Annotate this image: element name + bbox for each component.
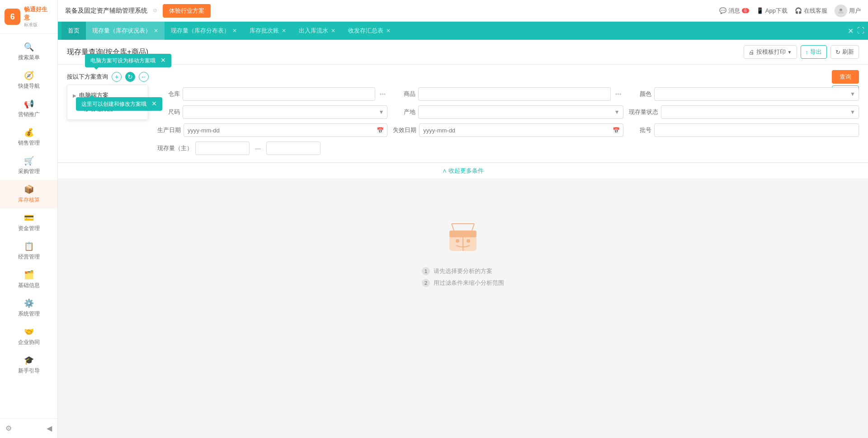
main-area: 装备及固定资产辅助管理系统 ⚙ 体验行业方案 💬 消息 6 📱 App下载 🎧 … [58, 0, 868, 438]
system-icon: ⚙️ [24, 298, 34, 308]
batch-no-input[interactable] [654, 123, 859, 137]
query-button[interactable]: 查询 [832, 70, 859, 84]
search-menu-icon: 🔍 [24, 42, 34, 52]
origin-select[interactable] [418, 105, 623, 119]
filter-stock-status: 现存量状态 ▼ [629, 105, 859, 119]
produce-date-calendar-icon[interactable]: 📅 [377, 127, 384, 134]
filter-row-4: 现存量（主） — [157, 141, 859, 155]
refresh-scheme-button[interactable]: ↻ [125, 72, 135, 82]
back-icon-button[interactable]: ← [139, 72, 149, 82]
tab-label-batch-ledger: 库存批次账 [250, 27, 279, 35]
sidebar-label-purchase: 采购管理 [18, 168, 40, 175]
empty-state: 1 请先选择要分析的方案 2 用过滤条件来缩小分析范围 [58, 179, 868, 323]
export-icon: ↑ [806, 49, 809, 56]
finance-icon: 💳 [24, 213, 34, 223]
headset-icon: 🎧 [795, 7, 802, 14]
collapse-sidebar-icon[interactable]: ◀ [47, 424, 52, 433]
expiry-date-calendar-icon[interactable]: 📅 [613, 127, 620, 134]
tab-label-home: 首页 [68, 27, 80, 35]
goods-dots-icon[interactable]: ••• [613, 91, 623, 98]
filter-header: 按以下方案查询 + ↻ ← 电脑方案可设为移动方案哦 ✕ ▶ 电脑端方案 [67, 72, 859, 82]
sidebar-item-basic-info[interactable]: 🗂️基础信息 [0, 265, 57, 294]
goods-label: 商品 [393, 90, 415, 98]
bell-icon: 💬 [719, 7, 726, 14]
refresh-button[interactable]: ↻ 刷新 [830, 45, 859, 59]
sidebar-item-finance[interactable]: 💳资金管理 [0, 208, 57, 237]
close-all-icon[interactable]: ✕ [848, 27, 854, 35]
warehouse-dots-icon[interactable]: ••• [378, 91, 388, 98]
header-right: 💬 消息 6 📱 App下载 🎧 在线客服 用户 [719, 5, 861, 17]
tab-label-inventory-status: 现存量（库存状况表） [92, 27, 151, 35]
tab-close-collection-summary[interactable]: ✕ [386, 28, 391, 34]
settings-icon[interactable]: ⚙ [5, 424, 12, 433]
tab-close-batch-ledger[interactable]: ✕ [282, 28, 286, 34]
industry-plan-button[interactable]: 体验行业方案 [163, 4, 211, 18]
scheme-tooltip-close[interactable]: ✕ [160, 57, 166, 64]
sidebar-item-quick-nav[interactable]: 🧭快捷导航 [0, 66, 57, 94]
system-name: 装备及固定资产辅助管理系统 [65, 7, 147, 15]
color-select[interactable] [654, 87, 859, 101]
tab-home[interactable]: 首页 [61, 22, 86, 40]
tab-bar: 首页现存量（库存状况表）✕现存量（库存分布表）✕库存批次账✕出入库流水✕收发存汇… [58, 22, 868, 40]
tab-bar-end: ✕ ⛶ [848, 27, 864, 35]
tab-inout-flow[interactable]: 出入库流水✕ [292, 22, 342, 40]
create-tooltip-close[interactable]: ✕ [151, 100, 157, 107]
collapse-bar[interactable]: ∧ 收起更多条件 [58, 163, 868, 179]
avatar [835, 5, 847, 17]
sidebar-item-enterprise[interactable]: 🤝企业协同 [0, 322, 57, 351]
empty-tip-1: 1 请先选择要分析的方案 [422, 267, 504, 275]
sidebar-item-inventory[interactable]: 📦库存核算 [0, 180, 57, 208]
goods-input[interactable] [418, 87, 611, 101]
stock-status-select[interactable] [661, 105, 859, 119]
expiry-date-input[interactable] [419, 123, 623, 137]
sidebar-item-system[interactable]: ⚙️系统管理 [0, 294, 57, 322]
filter-origin: 产地 ▼ [393, 105, 623, 119]
enterprise-icon: 🤝 [24, 327, 34, 337]
sidebar-label-system: 系统管理 [18, 310, 40, 318]
user-item[interactable]: 用户 [835, 5, 861, 17]
inventory-icon: 📦 [24, 184, 34, 194]
sidebar-item-marketing[interactable]: 📢营销推广 [0, 94, 57, 123]
tab-collection-summary[interactable]: 收发存汇总表✕ [342, 22, 397, 40]
filter-rows: 仓库 ••• 商品 ••• 颜色 ▼ [157, 87, 859, 155]
quick-nav-icon: 🧭 [24, 71, 34, 80]
filter-row-1: 仓库 ••• 商品 ••• 颜色 ▼ [157, 87, 859, 101]
print-template-button[interactable]: 🖨 按模板打印 ▼ [744, 45, 797, 59]
empty-tip-2: 2 用过滤条件来缩小分析范围 [422, 279, 504, 287]
export-button[interactable]: ↑ 导出 [801, 45, 827, 59]
svg-point-5 [467, 239, 470, 243]
sidebar-item-guide[interactable]: 🎓新手引导 [0, 351, 57, 379]
app-download-item[interactable]: 📱 App下载 [756, 7, 788, 15]
stock-qty-min-input[interactable] [195, 141, 250, 155]
scheme-tooltip: 电脑方案可设为移动方案哦 ✕ [85, 54, 171, 67]
refresh-icon: ↻ [835, 49, 840, 56]
tab-batch-ledger[interactable]: 库存批次账✕ [243, 22, 292, 40]
page-content: 现存量查询(按仓库+商品) 🖨 按模板打印 ▼ ↑ 导出 ↻ 刷新 [58, 40, 868, 438]
tab-close-inventory-dist[interactable]: ✕ [232, 28, 237, 34]
tab-close-inventory-status[interactable]: ✕ [154, 28, 158, 34]
add-scheme-button[interactable]: + [112, 72, 122, 82]
settings-gear-icon[interactable]: ⚙ [153, 8, 157, 14]
tab-inventory-dist[interactable]: 现存量（库存分布表）✕ [165, 22, 243, 40]
sidebar-item-search-menu[interactable]: 🔍搜索菜单 [0, 38, 57, 66]
size-select[interactable] [183, 105, 387, 119]
stock-qty-max-input[interactable] [266, 141, 321, 155]
sidebar-item-sales[interactable]: 💰销售管理 [0, 123, 57, 151]
produce-date-input[interactable] [184, 123, 387, 137]
color-label: 颜色 [629, 90, 651, 98]
sidebar-item-operations[interactable]: 📋经营管理 [0, 237, 57, 265]
notifications-item[interactable]: 💬 消息 6 [719, 7, 749, 15]
expand-icon[interactable]: ⛶ [857, 27, 864, 35]
notification-badge: 6 [742, 8, 749, 13]
sidebar-label-basic-info: 基础信息 [18, 282, 40, 289]
warehouse-input[interactable] [183, 87, 375, 101]
origin-label: 产地 [393, 108, 415, 116]
sidebar-logo: 6 畅通好生意 标准版 [0, 0, 57, 34]
tip-num-1: 1 [422, 267, 430, 275]
sidebar-item-purchase[interactable]: 🛒采购管理 [0, 151, 57, 180]
sidebar-label-marketing: 营销推广 [18, 111, 40, 118]
svg-point-4 [456, 239, 459, 243]
tab-inventory-status[interactable]: 现存量（库存状况表）✕ [86, 22, 165, 40]
online-support-item[interactable]: 🎧 在线客服 [795, 7, 827, 15]
tab-close-inout-flow[interactable]: ✕ [331, 28, 335, 34]
